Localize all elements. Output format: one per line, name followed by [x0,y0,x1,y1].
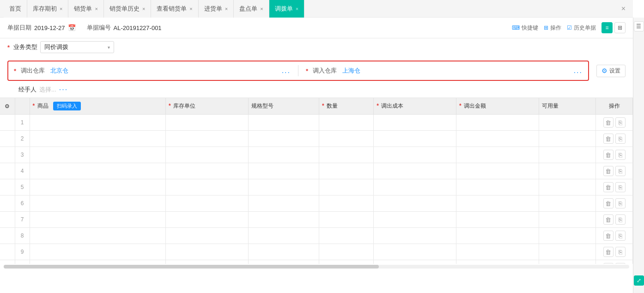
copy-icon[interactable]: ⎘ [615,182,626,192]
row-cost-4[interactable] [374,163,456,179]
delete-icon[interactable]: 🗑 [603,166,614,176]
row-spec-10[interactable] [248,260,319,264]
row-unit-5[interactable] [165,179,248,195]
tab-purchase[interactable]: 进货单 × [199,0,234,18]
row-cost-7[interactable] [374,212,456,228]
delete-icon[interactable]: 🗑 [603,198,614,208]
delete-icon[interactable]: 🗑 [603,231,614,241]
row-spec-5[interactable] [248,179,319,195]
row-unit-8[interactable] [165,228,248,244]
row-qty-5[interactable] [319,179,374,195]
row-amount-4[interactable] [456,163,539,179]
row-spec-4[interactable] [248,163,319,179]
row-spec-8[interactable] [248,228,319,244]
col-settings[interactable]: ⚙ [0,98,15,115]
copy-icon[interactable]: ⎘ [615,214,626,225]
row-qty-10[interactable] [319,260,374,264]
scan-entry-btn[interactable]: 扫码录入 [53,102,81,110]
warehouse-in-more-btn[interactable]: ... [574,67,583,75]
tab-home[interactable]: 首页 [4,0,27,18]
copy-icon[interactable]: ⎘ [615,247,626,257]
row-qty-2[interactable] [319,131,374,147]
row-unit-3[interactable] [165,147,248,163]
sidebar-list-icon[interactable]: ☰ [634,21,644,31]
delete-icon[interactable]: 🗑 [603,182,614,192]
row-spec-1[interactable] [248,115,319,131]
row-amount-5[interactable] [456,179,539,195]
row-goods-5[interactable] [30,179,165,195]
tab-sales-history[interactable]: 销货单历史 × [104,0,151,18]
row-qty-7[interactable] [319,212,374,228]
row-amount-1[interactable] [456,115,539,131]
row-unit-4[interactable] [165,163,248,179]
row-available-10[interactable] [539,260,595,264]
row-available-5[interactable] [539,179,595,195]
delete-icon[interactable]: 🗑 [603,150,614,160]
row-unit-10[interactable] [165,260,248,264]
grid-view-btn[interactable]: ⊞ [614,22,626,33]
warehouse-out-more-btn[interactable]: ... [282,67,291,75]
row-cost-2[interactable] [374,131,456,147]
tab-sales-history-close[interactable]: × [142,6,145,12]
row-amount-10[interactable] [456,260,539,264]
row-available-7[interactable] [539,212,595,228]
row-goods-1[interactable] [30,115,165,131]
tab-inventory-init[interactable]: 库存期初 × [27,0,68,18]
row-amount-7[interactable] [456,212,539,228]
copy-icon[interactable]: ⎘ [615,166,626,176]
close-all-button[interactable]: × [618,5,629,13]
row-cost-9[interactable] [374,244,456,260]
row-available-8[interactable] [539,228,595,244]
row-spec-2[interactable] [248,131,319,147]
row-unit-9[interactable] [165,244,248,260]
operations-btn[interactable]: ⊞ 操作 [544,24,561,32]
row-available-1[interactable] [539,115,595,131]
history-btn[interactable]: ☑ 历史单据 [567,24,596,32]
copy-icon[interactable]: ⎘ [615,263,626,264]
copy-icon[interactable]: ⎘ [615,198,626,208]
row-available-9[interactable] [539,244,595,260]
copy-icon[interactable]: ⎘ [615,231,626,241]
row-goods-3[interactable] [30,147,165,163]
row-available-6[interactable] [539,195,595,212]
horizontal-scrollbar[interactable] [4,265,629,269]
row-spec-6[interactable] [248,195,319,212]
row-goods-4[interactable] [30,163,165,179]
row-amount-9[interactable] [456,244,539,260]
calendar-icon[interactable]: 📅 [68,24,76,31]
settings-button[interactable]: ⚙ 设置 [596,65,626,77]
tab-inventory-init-close[interactable]: × [60,6,62,12]
copy-icon[interactable]: ⎘ [615,150,626,160]
row-cost-10[interactable] [374,260,456,264]
row-cost-1[interactable] [374,115,456,131]
row-qty-4[interactable] [319,163,374,179]
row-qty-3[interactable] [319,147,374,163]
row-goods-6[interactable] [30,195,165,212]
row-unit-2[interactable] [165,131,248,147]
row-spec-9[interactable] [248,244,319,260]
delete-icon[interactable]: 🗑 [603,134,614,144]
tab-transfer-close[interactable]: × [296,6,298,12]
row-goods-10[interactable] [30,260,165,264]
row-available-4[interactable] [539,163,595,179]
delete-icon[interactable]: 🗑 [603,117,614,128]
row-qty-9[interactable] [319,244,374,260]
row-available-2[interactable] [539,131,595,147]
row-unit-7[interactable] [165,212,248,228]
row-qty-1[interactable] [319,115,374,131]
delete-icon[interactable]: 🗑 [603,247,614,257]
tab-stocktake-close[interactable]: × [260,6,263,12]
row-goods-8[interactable] [30,228,165,244]
tab-view-sales-close[interactable]: × [189,6,192,12]
row-qty-6[interactable] [319,195,374,212]
row-goods-7[interactable] [30,212,165,228]
row-spec-7[interactable] [248,212,319,228]
row-cost-6[interactable] [374,195,456,212]
tab-stocktake[interactable]: 盘点单 × [234,0,269,18]
row-cost-5[interactable] [374,179,456,195]
tab-transfer[interactable]: 调拨单 × [269,0,304,18]
tab-sales-order-close[interactable]: × [95,6,97,12]
tab-sales-order[interactable]: 销货单 × [68,0,103,18]
row-cost-3[interactable] [374,147,456,163]
agent-more-btn[interactable]: ··· [59,85,68,94]
